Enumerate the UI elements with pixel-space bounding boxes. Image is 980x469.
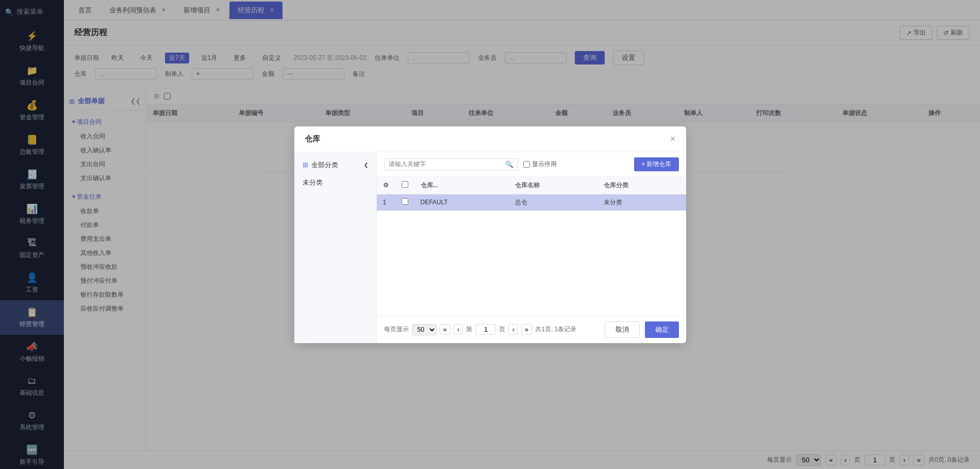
modal-sidebar-uncategorized-label: 未分类 <box>303 178 323 187</box>
modal-row-code: DEFAULT <box>414 194 509 211</box>
modal-body: ⊞ 全部分类 ❮ 未分类 🔍 显示停用 <box>294 152 686 343</box>
modal-first-page[interactable]: « <box>440 324 451 335</box>
modal-sidebar-all-label: 全部分类 <box>311 160 338 170</box>
modal-footer: 每页显示 50 « ‹ 第 页 › » 共1页, 1条记录 <box>377 316 686 343</box>
modal-toolbar: 🔍 显示停用 + 新增仓库 <box>377 152 686 177</box>
confirm-button[interactable]: 确定 <box>645 321 679 338</box>
show-disabled-label[interactable]: 显示停用 <box>523 160 557 169</box>
modal-sidebar-collapse-icon[interactable]: ❮ <box>364 162 368 168</box>
modal-col-settings-icon: ⚙ <box>383 182 389 189</box>
modal-per-page-select[interactable]: 50 <box>412 324 437 335</box>
modal-row-checkbox-cell <box>395 194 414 211</box>
modal-sidebar-uncategorized[interactable]: 未分类 <box>294 174 376 191</box>
modal-warehouse-table: ⚙ 仓库... 仓库名称 仓库分类 <box>377 177 686 211</box>
modal-footer-pagination: 每页显示 50 « ‹ 第 页 › » 共1页, 1条记录 <box>384 324 577 335</box>
modal-select-all-checkbox[interactable] <box>402 181 408 188</box>
modal-row-num: 1 <box>377 194 395 211</box>
modal-close-button[interactable]: × <box>670 134 676 144</box>
modal-total-records: 共1页, 1条记录 <box>535 325 576 334</box>
modal-per-page-label: 每页显示 <box>384 325 409 334</box>
modal-col-category: 仓库分类 <box>597 177 686 195</box>
modal-content-area: 🔍 显示停用 + 新增仓库 ⚙ <box>377 152 686 343</box>
modal-header: 仓库 × <box>294 126 686 152</box>
modal-search-wrap: 🔍 <box>384 158 518 170</box>
modal-title: 仓库 <box>305 134 320 144</box>
table-row[interactable]: 1 DEFAULT 总仓 未分类 <box>377 194 686 211</box>
modal-col-code: 仓库... <box>414 177 509 195</box>
modal-last-page[interactable]: » <box>521 324 532 335</box>
modal-search-input[interactable] <box>389 160 502 168</box>
modal-page-suffix: 页 <box>499 325 505 334</box>
add-warehouse-button[interactable]: + 新增仓库 <box>634 157 678 171</box>
modal-row-checkbox[interactable] <box>402 198 408 205</box>
modal-page-input[interactable] <box>475 324 496 335</box>
modal-overlay: 仓库 × ⊞ 全部分类 ❮ 未分类 🔍 <box>0 0 980 469</box>
modal-next-page[interactable]: › <box>508 324 518 335</box>
grid-dots-icon: ⊞ <box>303 161 308 169</box>
modal-col-settings[interactable]: ⚙ <box>377 177 395 195</box>
warehouse-modal: 仓库 × ⊞ 全部分类 ❮ 未分类 🔍 <box>294 126 686 343</box>
modal-col-checkbox <box>395 177 414 195</box>
modal-table-wrap: ⚙ 仓库... 仓库名称 仓库分类 <box>377 177 686 316</box>
cancel-button[interactable]: 取消 <box>605 321 640 338</box>
modal-sidebar-all[interactable]: ⊞ 全部分类 ❮ <box>294 156 376 174</box>
modal-footer-buttons: 取消 确定 <box>605 321 679 338</box>
modal-page-label: 第 <box>466 325 472 334</box>
modal-search-icon: 🔍 <box>505 160 513 168</box>
modal-prev-page[interactable]: ‹ <box>454 324 463 335</box>
modal-sidebar: ⊞ 全部分类 ❮ 未分类 <box>294 152 377 343</box>
modal-col-name: 仓库名称 <box>509 177 597 195</box>
modal-row-category: 未分类 <box>597 194 686 211</box>
show-disabled-checkbox[interactable] <box>523 161 530 168</box>
modal-row-name: 总仓 <box>509 194 597 211</box>
